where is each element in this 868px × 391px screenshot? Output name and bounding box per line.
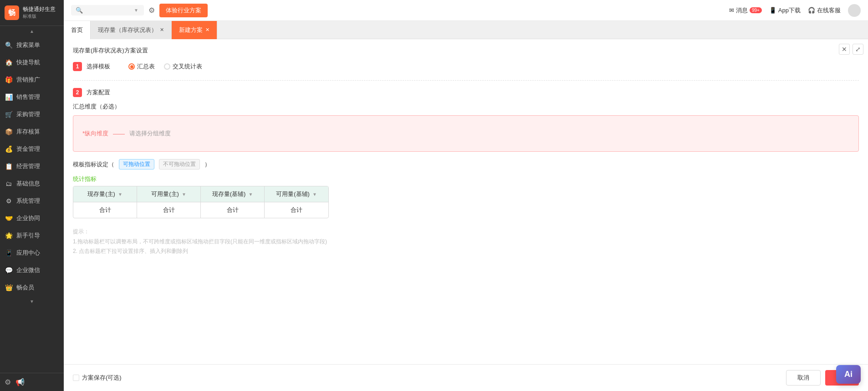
radio-summary[interactable]: 汇总表 [128, 62, 155, 71]
stats-col-3[interactable]: 可用量(基辅) ▼ [265, 186, 328, 202]
topbar-dropdown-icon[interactable]: ▼ [134, 8, 138, 13]
stats-section-label: 统计指标 [73, 175, 859, 183]
headset-icon: 🎧 [808, 7, 815, 14]
ai-badge[interactable]: Ai [836, 365, 861, 384]
tab-inventory-close-icon[interactable]: ✕ [160, 27, 164, 33]
template-radio-group: 汇总表 交叉统计表 [128, 62, 202, 71]
topbar-gear-icon[interactable]: ⚙ [148, 6, 155, 15]
topbar-search-input[interactable] [86, 7, 131, 14]
sidebar-item-marketing[interactable]: 🎁 营销推广 [0, 71, 64, 88]
sidebar-scroll-up[interactable]: ▲ [0, 26, 64, 36]
sidebar-item-business[interactable]: 📋 经营管理 [0, 158, 64, 175]
sidebar-item-inventory[interactable]: 📦 库存核算 [0, 123, 64, 140]
main-wrapper: 🔍 ▼ ⚙ 体验行业方案 ✉ 消息 99+ 📱 App下载 🎧 在线客服 [64, 0, 868, 391]
app-icon: 📱 [769, 7, 776, 14]
panel-expand-btn[interactable]: ⤢ [853, 44, 863, 55]
col0-chevron-icon[interactable]: ▼ [118, 192, 123, 197]
box-icon: 📦 [5, 128, 13, 136]
chart-icon: 📊 [5, 93, 13, 101]
step1-header: 1 选择模板 汇总表 交叉统计表 [73, 62, 859, 71]
topbar-service[interactable]: 🎧 在线客服 [808, 6, 841, 15]
save-label: 方案保存(可选) [82, 374, 122, 382]
tip-1: 1.拖动标题栏可以调整布局，不可跨维度或指标区域拖动拦目字段(只能在同一维度或指… [73, 237, 859, 247]
tab-inventory-status[interactable]: 现存量（库存状况表） ✕ [91, 21, 172, 39]
required-star: *纵向维度 [82, 129, 108, 138]
panel-close-btn[interactable]: ✕ [839, 44, 850, 55]
tip-2: 2. 点击标题栏下拉可设置排序、插入列和删除列 [73, 247, 859, 257]
step1-badge: 1 [73, 62, 82, 71]
tabbar: 首页 现存量（库存状况表） ✕ 新建方案 ✕ [64, 21, 868, 39]
crown-icon: 👑 [5, 283, 13, 292]
radio-cross[interactable]: 交叉统计表 [164, 62, 202, 71]
home-icon: 🏠 [5, 58, 13, 67]
gear-icon: ⚙ [5, 197, 13, 205]
settings-icon[interactable]: ⚙ [5, 378, 11, 386]
content-area: ✕ ⤢ 现存量(库存状况表)方案设置 1 选择模板 汇总表 [64, 39, 868, 391]
radio-cross-circle [164, 63, 170, 70]
save-option: 方案保存(可选) [73, 374, 122, 382]
topbar-right: ✉ 消息 99+ 📱 App下载 🎧 在线客服 [729, 4, 861, 17]
star-icon: 🌟 [5, 232, 13, 240]
stats-col-1[interactable]: 可用量(主) ▼ [137, 186, 201, 202]
sidebar-scroll-down[interactable]: ▼ [0, 296, 64, 307]
sidebar-item-search[interactable]: 🔍 搜索菜单 [0, 36, 64, 54]
sidebar-item-wechat[interactable]: 💬 企业微信 [0, 262, 64, 279]
folder-icon: 🗂 [5, 180, 13, 188]
step2-header: 2 方案配置 [73, 88, 859, 97]
sidebar-item-enterprise[interactable]: 🤝 企业协同 [0, 210, 64, 227]
tab-home[interactable]: 首页 [64, 21, 91, 39]
stats-col-0[interactable]: 现存量(主) ▼ [73, 186, 137, 202]
sidebar-item-purchase[interactable]: 🛒 采购管理 [0, 106, 64, 123]
save-checkbox[interactable] [73, 375, 79, 381]
stats-col-2[interactable]: 现存量(基辅) ▼ [201, 186, 265, 202]
topbar-app[interactable]: 📱 App下载 [769, 6, 801, 15]
sidebar-item-system[interactable]: ⚙ 系统管理 [0, 192, 64, 210]
sidebar-item-sales[interactable]: 📊 销售管理 [0, 88, 64, 106]
indicator-settings: 模板指标设定（ 可拖动位置 不可拖动位置 ） [73, 159, 859, 170]
dimension-select-hint[interactable]: 请选择分组维度 [129, 129, 171, 138]
panel: ✕ ⤢ 现存量(库存状况表)方案设置 1 选择模板 汇总表 [64, 39, 868, 364]
step2-section: 2 方案配置 汇总维度（必选） *纵向维度 —— 请选择分组维度 模板指标设定（ [73, 88, 859, 257]
tip-header: 提示： [73, 227, 859, 237]
sidebar-item-member[interactable]: 👑 畅会员 [0, 279, 64, 296]
mobile-icon: 📱 [5, 249, 13, 257]
col1-chevron-icon[interactable]: ▼ [182, 192, 186, 197]
dimension-label: 汇总维度（必选） [73, 103, 859, 111]
panel-actions: ✕ ⤢ [839, 44, 863, 55]
chat-icon: 💬 [5, 266, 13, 274]
sidebar-item-nav[interactable]: 🏠 快捷导航 [0, 54, 64, 71]
dimension-placeholder: *纵向维度 —— 请选择分组维度 [82, 129, 171, 138]
cart-icon: 🛒 [5, 110, 13, 118]
sidebar-item-finance[interactable]: 💰 资金管理 [0, 140, 64, 158]
stats-table-row-0: 合计 合计 合计 合计 [73, 202, 328, 218]
stats-cell-0-0: 合计 [73, 202, 137, 218]
clipboard-icon: 📋 [5, 162, 13, 170]
radio-summary-circle [128, 63, 135, 70]
topbar-search-box[interactable]: 🔍 ▼ [71, 5, 144, 15]
sidebar-item-basic[interactable]: 🗂 基础信息 [0, 175, 64, 192]
sidebar-item-guide[interactable]: 🌟 新手引导 [0, 227, 64, 244]
tab-new-plan[interactable]: 新建方案 ✕ [172, 21, 217, 39]
col2-chevron-icon[interactable]: ▼ [248, 192, 253, 197]
step1-section: 1 选择模板 汇总表 交叉统计表 [73, 62, 859, 71]
draggable-badge: 可拖动位置 [119, 159, 154, 170]
user-avatar[interactable] [848, 4, 861, 17]
stats-table-header: 现存量(主) ▼ 可用量(主) ▼ 现存量(基辅) ▼ 可用量(基辅) [73, 186, 328, 202]
search-icon: 🔍 [5, 41, 13, 49]
sidebar-logo: 畅 畅捷通好生意 标准版 [0, 0, 64, 26]
trial-btn[interactable]: 体验行业方案 [159, 4, 208, 17]
cancel-button[interactable]: 取消 [786, 370, 821, 386]
indicator-label: 模板指标设定（ 可拖动位置 不可拖动位置 ） [73, 159, 859, 170]
msg-badge: 99+ [750, 7, 762, 13]
handshake-icon: 🤝 [5, 214, 13, 222]
step2-title: 方案配置 [87, 88, 110, 97]
topbar-msg[interactable]: ✉ 消息 99+ [729, 6, 762, 15]
sidebar: 畅 畅捷通好生意 标准版 ▲ 🔍 搜索菜单 🏠 快捷导航 🎁 营销推广 📊 销售… [0, 0, 64, 391]
step2-badge: 2 [73, 88, 82, 97]
non-draggable-badge: 不可拖动位置 [159, 159, 200, 170]
speaker-icon[interactable]: 📢 [15, 378, 25, 386]
topbar-search-icon: 🔍 [76, 7, 83, 14]
col3-chevron-icon[interactable]: ▼ [312, 192, 317, 197]
tab-new-plan-close-icon[interactable]: ✕ [205, 27, 209, 33]
sidebar-item-appstore[interactable]: 📱 应用中心 [0, 244, 64, 262]
